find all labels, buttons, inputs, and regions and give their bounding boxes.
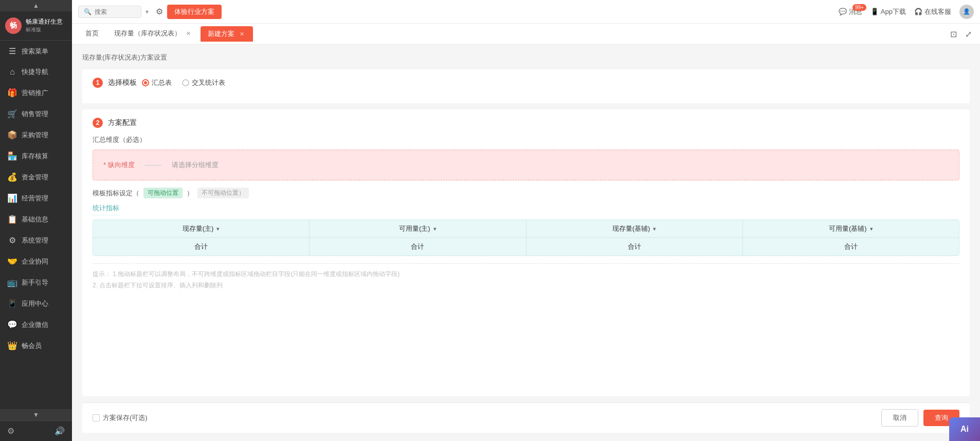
stats-header-cell-3[interactable]: 可用量(基辅) ▾: [743, 220, 959, 238]
chevron-down-icon-2[interactable]: ▾: [653, 226, 656, 232]
search-chevron-icon[interactable]: ▾: [146, 8, 149, 15]
stats-header-cell-0[interactable]: 现存量(主) ▾: [93, 220, 309, 238]
sidebar-item-label: 资金管理: [22, 173, 48, 182]
phone-icon: 📱: [870, 8, 879, 15]
sidebar-scroll-up[interactable]: ▲: [0, 0, 72, 11]
sidebar: ▲ 畅 畅康通好生意 标准版 ☰ 搜索菜单 ⌂ 快捷导航 🎁 营销推广 🛒 销售…: [0, 0, 72, 441]
sidebar-item-label: 营销推广: [22, 88, 48, 98]
sidebar-item-label: 企业微信: [22, 320, 48, 329]
sidebar-item-operations[interactable]: 📊 经营管理: [0, 188, 72, 209]
chevron-down-icon-1[interactable]: ▾: [433, 226, 437, 232]
wechat-icon: 💬: [7, 320, 17, 329]
sidebar-item-wechat[interactable]: 💬 企业微信: [0, 314, 72, 335]
sidebar-item-quick-nav[interactable]: ⌂ 快捷导航: [0, 62, 72, 82]
tab-inventory-status[interactable]: 现存量（库存状况表） ✕: [107, 24, 199, 44]
tip-2: 2. 点击标题栏下拉可设置排序、插入列和删除列: [93, 280, 959, 291]
sidebar-scroll-down[interactable]: ▼: [0, 409, 72, 420]
sidebar-item-new-guide[interactable]: 📺 新手引导: [0, 272, 72, 293]
sidebar-item-member[interactable]: 👑 畅会员: [0, 335, 72, 356]
messages-badge: 99+: [852, 4, 866, 11]
online-service-button[interactable]: 🎧 在线客服: [914, 7, 951, 16]
save-checkbox[interactable]: [93, 414, 100, 421]
nodrag-tag: 不可拖动位置）: [197, 188, 249, 198]
tips-section: 提示： 1.拖动标题栏可以调整布局，不可跨维度或指标区域拖动栏目字段(只能在同一…: [93, 263, 959, 291]
app-logo-icon: 畅: [5, 17, 22, 34]
sidebar-item-purchase[interactable]: 📦 采购管理: [0, 124, 72, 145]
sidebar-item-label: 畅会员: [22, 341, 42, 351]
stats-col-label-0: 现存量(主): [183, 224, 214, 233]
sidebar-item-app-center[interactable]: 📱 应用中心: [0, 293, 72, 314]
radio-cross[interactable]: 交叉统计表: [182, 78, 225, 87]
sidebar-item-finance[interactable]: 💰 资金管理: [0, 167, 72, 188]
stats-body-cell-3: 合计: [743, 238, 959, 255]
sales-icon: 🛒: [7, 109, 17, 119]
sidebar-item-label: 经营管理: [22, 194, 48, 203]
app-center-icon: 📱: [7, 299, 17, 308]
ai-float-button[interactable]: Ai: [949, 417, 980, 441]
search-menu-icon: ☰: [7, 46, 17, 56]
tab-new-scheme-label: 新建方案: [208, 29, 234, 39]
sidebar-item-sales[interactable]: 🛒 销售管理: [0, 103, 72, 124]
main-area: 🔍 ▾ ⚙ 体验行业方案 💬 消息 99+ 📱 App下载 🎧 在线客服 👤: [72, 0, 980, 441]
headset-icon: 🎧: [914, 8, 922, 15]
tab-close-new-scheme[interactable]: ✕: [238, 30, 246, 38]
vertical-dimension-box[interactable]: * 纵向维度 —— 请选择分组维度: [93, 150, 959, 180]
stats-header-cell-1[interactable]: 可用量(主) ▾: [310, 220, 525, 238]
indicator-sep: ）: [187, 189, 193, 198]
radio-summary[interactable]: 汇总表: [142, 78, 172, 87]
search-icon: 🔍: [84, 8, 92, 15]
stats-table-header-row: 现存量(主) ▾ 合计 可用量(主) ▾ 合计: [93, 220, 959, 255]
stats-header-cell-2[interactable]: 现存量(基辅) ▾: [527, 220, 742, 238]
purchase-icon: 📦: [7, 130, 17, 140]
tab-new-scheme[interactable]: 新建方案 ✕: [201, 26, 253, 42]
radio-summary-label: 汇总表: [152, 78, 172, 87]
messages-button[interactable]: 💬 消息 99+: [839, 7, 862, 16]
trial-button[interactable]: 体验行业方案: [167, 5, 222, 19]
tab-close-inventory-status[interactable]: ✕: [184, 29, 192, 38]
save-checkbox-label[interactable]: 方案保存(可选): [93, 413, 148, 422]
stats-body-cell-2: 合计: [527, 238, 742, 255]
avatar[interactable]: 👤: [959, 5, 974, 19]
sidebar-item-label: 应用中心: [22, 299, 48, 308]
expand-icon[interactable]: ⤢: [963, 27, 974, 41]
step1-section: 1 选择模板 汇总表 交叉统计表: [82, 69, 970, 103]
step1-label: 选择模板: [108, 78, 137, 87]
step1-number: 1: [93, 78, 103, 88]
app-download-button[interactable]: 📱 App下载: [870, 7, 906, 16]
gear-icon[interactable]: ⚙: [156, 7, 163, 16]
collapse-icon[interactable]: ⊡: [948, 27, 959, 41]
tab-home[interactable]: 首页: [78, 24, 106, 44]
sidebar-item-search-menu[interactable]: ☰ 搜索菜单: [0, 41, 72, 62]
search-box[interactable]: 🔍: [78, 6, 141, 18]
app-edition: 标准版: [26, 26, 63, 33]
step1-header: 1 选择模板 汇总表 交叉统计表: [93, 78, 959, 88]
step2-number: 2: [93, 118, 103, 128]
inventory-icon: 🏪: [7, 151, 17, 161]
chevron-down-icon-3[interactable]: ▾: [870, 226, 873, 232]
app-download-label: App下载: [881, 7, 906, 16]
stats-col-0: 现存量(主) ▾ 合计: [93, 220, 310, 255]
sidebar-item-system[interactable]: ⚙ 系统管理: [0, 230, 72, 251]
stats-section-label: 统计指标: [93, 204, 119, 215]
service-label: 在线客服: [924, 7, 951, 16]
stats-area: 统计指标 现存量(主) ▾ 合计 可用量(主): [93, 204, 959, 256]
settings-icon[interactable]: ⚙: [7, 426, 14, 436]
cancel-button[interactable]: 取消: [881, 409, 918, 427]
content-area: 现存量(库存状况表)方案设置 1 选择模板 汇总表 交叉统计表: [72, 45, 980, 441]
tip-1: 提示： 1.拖动标题栏可以调整布局，不可跨维度或指标区域拖动栏目字段(只能在同一…: [93, 269, 959, 280]
sidebar-item-inventory[interactable]: 🏪 库存核算: [0, 145, 72, 167]
topbar: 🔍 ▾ ⚙ 体验行业方案 💬 消息 99+ 📱 App下载 🎧 在线客服 👤: [72, 0, 980, 24]
vertical-dim-placeholder: 请选择分组维度: [172, 160, 219, 170]
vertical-dim-label: * 纵向维度: [103, 160, 135, 170]
chevron-down-icon-0[interactable]: ▾: [216, 226, 220, 232]
stats-table: 现存量(主) ▾ 合计 可用量(主) ▾ 合计: [93, 219, 959, 256]
search-input[interactable]: [95, 8, 136, 15]
sidebar-item-marketing[interactable]: 🎁 营销推广: [0, 82, 72, 103]
radio-cross-label: 交叉统计表: [192, 78, 225, 87]
sidebar-item-basic-info[interactable]: 📋 基础信息: [0, 209, 72, 230]
app-name: 畅康通好生意: [26, 18, 63, 26]
sound-icon[interactable]: 🔊: [55, 426, 65, 436]
sidebar-item-enterprise[interactable]: 🤝 企业协同: [0, 251, 72, 272]
radio-cross-dot: [182, 79, 189, 86]
sidebar-item-label: 库存核算: [22, 152, 48, 161]
